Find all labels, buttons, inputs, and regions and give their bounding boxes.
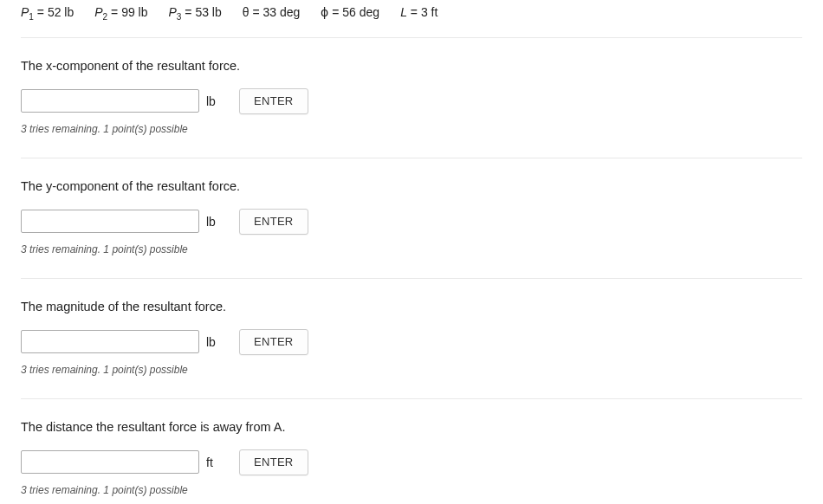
param-value: 3 bbox=[421, 5, 428, 19]
tries-remaining: 3 tries remaining. 1 point(s) possible bbox=[21, 364, 802, 376]
answer-row: ft ENTER bbox=[21, 449, 802, 475]
param-symbol: P bbox=[21, 5, 29, 19]
question-distance: The distance the resultant force is away… bbox=[0, 399, 823, 504]
problem-parameters: P1 = 52 lb P2 = 99 lb P3 = 53 lb θ = 33 … bbox=[0, 5, 823, 37]
enter-button[interactable]: ENTER bbox=[239, 209, 308, 235]
param-subscript: 3 bbox=[177, 12, 182, 22]
param-subscript: 1 bbox=[29, 12, 34, 22]
param-value: 52 bbox=[48, 5, 62, 19]
param-subscript: 2 bbox=[103, 12, 108, 22]
param-symbol: P bbox=[169, 5, 177, 19]
answer-unit: lb bbox=[206, 335, 222, 349]
param-unit: lb bbox=[139, 5, 148, 19]
param-value: 99 bbox=[121, 5, 135, 19]
param-theta: θ = 33 deg bbox=[243, 5, 301, 22]
tries-remaining: 3 tries remaining. 1 point(s) possible bbox=[21, 243, 802, 255]
answer-input[interactable] bbox=[21, 330, 199, 353]
param-value: 56 bbox=[342, 5, 356, 19]
answer-unit: ft bbox=[206, 456, 222, 469]
tries-remaining: 3 tries remaining. 1 point(s) possible bbox=[21, 123, 802, 135]
enter-button[interactable]: ENTER bbox=[239, 329, 308, 355]
answer-input[interactable] bbox=[21, 89, 199, 113]
answer-row: lb ENTER bbox=[21, 88, 802, 114]
param-unit: deg bbox=[360, 5, 379, 19]
tries-remaining: 3 tries remaining. 1 point(s) possible bbox=[21, 484, 802, 496]
param-p1: P1 = 52 lb bbox=[21, 5, 74, 22]
param-p2: P2 = 99 lb bbox=[94, 5, 147, 22]
param-unit: deg bbox=[280, 5, 300, 19]
question-prompt: The x-component of the resultant force. bbox=[21, 59, 802, 73]
question-prompt: The y-component of the resultant force. bbox=[21, 179, 802, 193]
param-value: 33 bbox=[263, 5, 277, 19]
param-symbol: θ bbox=[243, 5, 249, 19]
param-p3: P3 = 53 lb bbox=[169, 5, 222, 22]
enter-button[interactable]: ENTER bbox=[239, 88, 308, 114]
param-unit: lb bbox=[64, 5, 74, 19]
answer-row: lb ENTER bbox=[21, 329, 802, 355]
question-prompt: The distance the resultant force is away… bbox=[21, 420, 802, 434]
param-unit: lb bbox=[212, 5, 222, 19]
answer-row: lb ENTER bbox=[21, 209, 802, 235]
param-value: 53 bbox=[195, 5, 209, 19]
question-prompt: The magnitude of the resultant force. bbox=[21, 300, 802, 313]
param-phi: ϕ = 56 deg bbox=[321, 5, 379, 22]
answer-input[interactable] bbox=[21, 210, 199, 233]
question-magnitude: The magnitude of the resultant force. lb… bbox=[0, 279, 823, 398]
param-L: L = 3 ft bbox=[400, 5, 437, 22]
question-x-component: The x-component of the resultant force. … bbox=[0, 38, 823, 158]
question-y-component: The y-component of the resultant force. … bbox=[0, 158, 823, 278]
param-symbol: ϕ bbox=[321, 5, 328, 19]
answer-unit: lb bbox=[206, 94, 222, 108]
param-symbol: L bbox=[400, 5, 407, 19]
enter-button[interactable]: ENTER bbox=[239, 449, 308, 475]
answer-input[interactable] bbox=[21, 450, 199, 474]
param-unit: ft bbox=[431, 5, 438, 19]
param-symbol: P bbox=[94, 5, 102, 19]
answer-unit: lb bbox=[206, 215, 222, 229]
